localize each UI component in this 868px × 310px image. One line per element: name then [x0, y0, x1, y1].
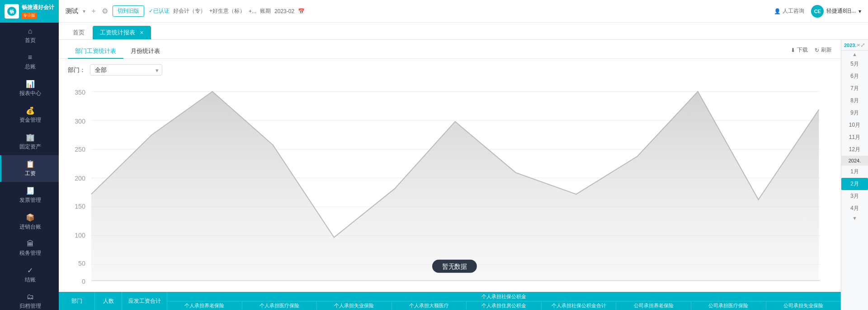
sidebar-item-home-label: 首页: [25, 37, 36, 44]
topbar-title: 测试: [66, 7, 78, 15]
col-personal-unemployment-label: 个人承担失业保险: [334, 302, 374, 309]
sidebar-item-funds-label: 资金管理: [19, 116, 41, 124]
rp-month-5[interactable]: 5月: [841, 58, 868, 70]
period-value: 2023-02: [274, 8, 294, 14]
rp-month-1-2024-label: 1月: [850, 168, 859, 175]
tab-home[interactable]: 首页: [66, 26, 92, 39]
sidebar-item-salary[interactable]: 📋 工资: [0, 155, 59, 182]
rp-month-2-2024[interactable]: 2月: [841, 178, 868, 190]
svg-text:300: 300: [75, 117, 85, 124]
help-label: 人工咨询: [783, 7, 804, 15]
svg-text:畅: 畅: [9, 9, 14, 14]
table-footer: 部门 人数 应发工资合计 个人承担社保公积金 个人承担养老保险 个人承担医疗保险…: [59, 292, 841, 310]
sub-tab-dept[interactable]: 部门工资统计表: [68, 44, 123, 59]
col-company-medical-label: 公司承担医疗保险: [708, 302, 748, 309]
sidebar-item-invoice[interactable]: 🧾 发票管理: [0, 182, 59, 209]
business-status: +好生意（标）: [209, 7, 245, 15]
sub-tabs: 部门工资统计表 月份统计表 ⬇ 下载 ↻ 刷新: [59, 40, 841, 59]
dept-filter-select[interactable]: 全部 部门一 部门二 部门三: [90, 64, 162, 76]
col-personal-total-label: 个人承担社保公积金合计: [552, 302, 606, 309]
tab-salary-report[interactable]: 工资统计报表 ✕: [93, 26, 151, 39]
sub-tab-monthly[interactable]: 月份统计表: [123, 44, 167, 59]
funds-icon: 💰: [26, 106, 35, 115]
rp-close-icon[interactable]: ×: [857, 42, 860, 48]
filter-select-wrap: 全部 部门一 部门二 部门三: [90, 64, 162, 76]
help-button[interactable]: 👤 人工咨询: [774, 7, 804, 15]
sidebar-item-reports[interactable]: 📊 报表中心: [0, 75, 59, 102]
home-icon: ⌂: [28, 27, 33, 35]
sidebar: 畅 畅捷通好会计 专业版 ⌂ 首页 ≡ 总账 📊 报表中心 💰 资金管理 🏢 固…: [0, 0, 59, 310]
download-label: 下载: [797, 46, 808, 54]
sidebar-item-sales-label: 进销台账: [19, 223, 41, 231]
col-personal-pension: 个人承担养老保险: [167, 301, 242, 310]
ledger-icon: ≡: [28, 53, 32, 62]
topbar-settings-icon[interactable]: ⚙: [102, 7, 108, 15]
rp-month-11[interactable]: 11月: [841, 131, 868, 143]
sidebar-nav: ⌂ 首页 ≡ 总账 📊 报表中心 💰 资金管理 🏢 固定资产 📋 工资 🧾 发票…: [0, 23, 59, 310]
settle-icon: ✓: [27, 266, 33, 275]
sub-tab-actions: ⬇ 下载 ↻ 刷新: [791, 46, 832, 57]
col-personal-major-medical-label: 个人承担大额医疗: [409, 302, 449, 309]
main-area: 测试 ▾ ＋ ⚙ 切到旧版 ✓已认证 好会计（专） +好生意（标） +... 账…: [59, 0, 868, 310]
col-company-pension: 公司承担养老保险: [616, 301, 691, 310]
col-company-medical: 公司承担医疗保险: [691, 301, 766, 310]
rp-month-6-label: 6月: [850, 73, 859, 79]
sidebar-item-sales[interactable]: 📦 进销台账: [0, 209, 59, 235]
sidebar-item-home[interactable]: ⌂ 首页: [0, 23, 59, 49]
switch-to-old-button[interactable]: 切到旧版: [113, 5, 144, 17]
col-personal-medical: 个人承担医疗保险: [242, 301, 317, 310]
col-personal-housing-fund: 个人承担住房公积金: [467, 301, 542, 310]
logo-main-text: 畅捷通好会计: [22, 4, 54, 11]
tab-home-label: 首页: [73, 29, 85, 36]
sidebar-item-ledger[interactable]: ≡ 总账: [0, 49, 59, 75]
svg-text:350: 350: [75, 89, 85, 96]
chart-container: 350 300 250 200 150 100 50 0: [68, 86, 832, 290]
page-body: 部门工资统计表 月份统计表 ⬇ 下载 ↻ 刷新: [59, 40, 841, 310]
topbar-dropdown-arrow[interactable]: ▾: [83, 8, 85, 14]
rp-down-button[interactable]: ▼: [841, 215, 868, 222]
sidebar-item-tax-label: 税务管理: [19, 249, 41, 257]
col-personal-major-medical: 个人承担大额医疗: [392, 301, 467, 310]
svg-text:250: 250: [75, 146, 85, 153]
col-personal-medical-label: 个人承担医疗保险: [259, 302, 299, 309]
rp-month-8[interactable]: 8月: [841, 95, 868, 107]
sidebar-item-assets[interactable]: 🏢 固定资产: [0, 129, 59, 155]
col-personal-pension-label: 个人承担养老保险: [184, 302, 224, 309]
refresh-button[interactable]: ↻ 刷新: [815, 46, 832, 54]
chart-area: 350 300 250 200 150 100 50 0: [59, 81, 841, 292]
rp-month-3-2024[interactable]: 3月: [841, 190, 868, 202]
good-accounting-status: 好会计（专）: [173, 7, 206, 15]
rp-expand-icon[interactable]: ⤢: [860, 42, 865, 48]
sidebar-item-settle[interactable]: ✓ 结账: [0, 262, 59, 288]
rp-year-value: 2023.: [844, 43, 857, 48]
sidebar-item-tax[interactable]: 🏛 税务管理: [0, 235, 59, 262]
reports-icon: 📊: [26, 80, 35, 88]
sidebar-item-archive[interactable]: 🗂 归档管理: [0, 288, 59, 310]
sidebar-item-funds[interactable]: 💰 资金管理: [0, 102, 59, 129]
tab-close-icon[interactable]: ✕: [140, 30, 144, 35]
calendar-icon[interactable]: 📅: [298, 8, 305, 14]
chart-svg: 350 300 250 200 150 100 50 0: [68, 86, 832, 290]
user-menu[interactable]: CE 轻捷通8旧... ▾: [811, 5, 861, 18]
rp-month-10[interactable]: 10月: [841, 119, 868, 131]
rp-month-1-2024[interactable]: 1月: [841, 166, 868, 178]
invoice-icon: 🧾: [26, 186, 35, 195]
filter-bar: 部门： 全部 部门一 部门二 部门三: [59, 59, 841, 81]
topbar-add-button[interactable]: ＋: [90, 6, 97, 16]
rp-up-button[interactable]: ▲: [841, 51, 868, 58]
topbar-right: 👤 人工咨询 CE 轻捷通8旧... ▾: [774, 5, 861, 18]
sidebar-logo: 畅 畅捷通好会计 专业版: [0, 0, 59, 23]
group-header-label: 个人承担社保公积金: [167, 292, 840, 301]
rp-month-9[interactable]: 9月: [841, 107, 868, 119]
rp-month-12[interactable]: 12月: [841, 143, 868, 156]
rp-month-7[interactable]: 7月: [841, 82, 868, 95]
col-personal-unemployment: 个人承担失业保险: [317, 301, 392, 310]
download-button[interactable]: ⬇ 下载: [791, 46, 808, 54]
rp-month-4-2024-label: 4月: [850, 205, 859, 211]
rp-month-4-2024[interactable]: 4月: [841, 202, 868, 215]
svg-text:100: 100: [75, 231, 85, 238]
rp-month-10-label: 10月: [849, 122, 860, 128]
rp-month-8-label: 8月: [850, 97, 859, 104]
rp-month-6[interactable]: 6月: [841, 70, 868, 82]
col-dept-label: 部门: [71, 297, 82, 305]
